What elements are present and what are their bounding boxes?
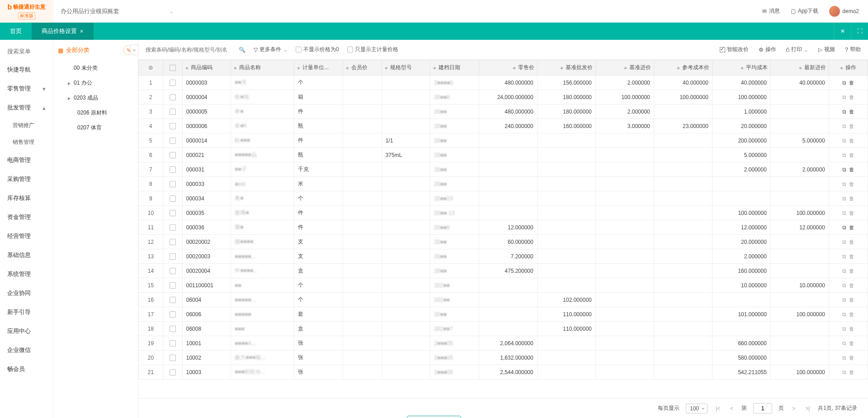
nav-quick[interactable]: 快捷导航 xyxy=(0,60,53,79)
select-all-checkbox[interactable] xyxy=(170,65,176,71)
nav-member[interactable]: 畅会员 xyxy=(0,360,53,379)
delete-icon[interactable]: 🗑 xyxy=(849,80,854,86)
category-title[interactable]: ▦ 全部分类 xyxy=(58,46,90,54)
nav-wholesale-marketing[interactable]: 营销推广 xyxy=(0,117,53,134)
nav-wecom[interactable]: 企业微信 xyxy=(0,341,53,360)
copy-icon[interactable]: ⧉ xyxy=(842,109,846,115)
nav-ecommerce[interactable]: 电商管理 xyxy=(0,151,53,170)
tree-node[interactable]: ▸0203 成品 xyxy=(58,90,133,105)
nav-finance[interactable]: 资金管理 xyxy=(0,208,53,227)
table-row[interactable]: 15001100001■■个202■■10.00000010.000000⧉🗑 xyxy=(139,278,868,293)
row-checkbox-cell[interactable] xyxy=(163,148,182,162)
table-row[interactable]: 20000004收■纸箱20■■824,000.000000180.000000… xyxy=(139,90,868,104)
table-row[interactable]: 2010002扬力■■■箱...张2■■■051,632.000000580.0… xyxy=(139,351,868,365)
delete-icon[interactable]: 🗑 xyxy=(849,181,854,187)
delete-icon[interactable]: 🗑 xyxy=(849,311,854,318)
only-main-checkbox[interactable]: 只显示主计量价格 xyxy=(347,46,398,53)
smart-price-button[interactable]: 智能改价 xyxy=(720,46,749,53)
col-header[interactable]: ◆操作 xyxy=(829,60,868,76)
col-header[interactable]: ◆建档日期 xyxy=(430,60,479,76)
col-header[interactable]: ◆商品编码 xyxy=(182,60,231,76)
nav-inventory[interactable]: 库存核算 xyxy=(0,189,53,208)
help-button[interactable]: ?帮助 xyxy=(845,46,861,53)
tabbar-fullscreen-button[interactable]: ⛶ xyxy=(851,23,868,40)
delete-icon[interactable]: 🗑 xyxy=(849,123,854,129)
table-row[interactable]: 6000021■■■■■品瓶375mL20■■5.000000⧉🗑 xyxy=(139,148,868,162)
tree-node[interactable]: 00 未分类 xyxy=(58,61,133,76)
row-checkbox-cell[interactable] xyxy=(163,76,182,90)
col-header[interactable]: ◆会员价 xyxy=(343,60,382,76)
row-checkbox-cell[interactable] xyxy=(163,264,182,278)
table-row[interactable]: 2110003■■■听听办...张2■■■052,544.000000542.2… xyxy=(139,365,868,380)
row-checkbox-cell[interactable] xyxy=(163,322,182,336)
copy-icon[interactable]: ⧉ xyxy=(842,239,846,245)
workspace-selector[interactable]: 办公用品行业模拟账套 ⌄ xyxy=(61,7,174,15)
row-checkbox-cell[interactable] xyxy=(163,220,182,235)
nav-search-input[interactable] xyxy=(7,48,43,55)
table-row[interactable]: 7000031■■子千克20■■2.0000002.000000⧉🗑 xyxy=(139,162,868,177)
nav-basic[interactable]: 基础信息 xyxy=(0,246,53,265)
page-input[interactable] xyxy=(753,403,772,413)
copy-icon[interactable]: ⧉ xyxy=(842,80,846,86)
delete-icon[interactable]: 🗑 xyxy=(849,109,854,115)
col-header[interactable]: ◆参考成本价 xyxy=(654,60,712,76)
delete-icon[interactable]: 🗑 xyxy=(849,253,854,260)
delete-icon[interactable]: 🗑 xyxy=(849,239,854,245)
copy-icon[interactable]: ⧉ xyxy=(842,224,846,231)
table-row[interactable]: 50000014杜■■■件1/120■■200.0000005.000000⧉🗑 xyxy=(139,133,868,148)
delete-icon[interactable]: 🗑 xyxy=(849,94,854,100)
row-checkbox-cell[interactable] xyxy=(163,249,182,264)
copy-icon[interactable]: ⧉ xyxy=(842,340,846,347)
video-button[interactable]: ▷视频 xyxy=(818,46,835,53)
table-row[interactable]: 9000034奥■个20■■23⧉🗑 xyxy=(139,191,868,206)
table-row[interactable]: 1806008■■■盒202■■7110.000000⧉🗑 xyxy=(139,322,868,336)
search-icon[interactable]: 🔍 xyxy=(239,47,245,53)
nav-wholesale-sales[interactable]: 销售管理 xyxy=(0,134,53,151)
table-row[interactable]: 10000035玻璃■件20■■-13100.000000100.000000⧉… xyxy=(139,206,868,220)
nav-retail[interactable]: 零售管理▾ xyxy=(0,79,53,98)
operate-button[interactable]: ⚙操作 xyxy=(759,46,776,53)
tree-node[interactable]: 0207 体育 xyxy=(58,120,133,135)
category-collapse-button[interactable]: « xyxy=(130,44,138,55)
delete-icon[interactable]: 🗑 xyxy=(849,166,854,173)
table-row[interactable]: 1606004■■■■■...个202■■102.000000⧉🗑 xyxy=(139,293,868,307)
table-row[interactable]: 1200020002德■■■■.支20■■60.00000020.000000⧉… xyxy=(139,235,868,249)
delete-icon[interactable]: 🗑 xyxy=(849,210,854,216)
user-menu[interactable]: demo2 xyxy=(829,6,859,17)
col-header[interactable]: ◆规格型号 xyxy=(382,60,430,76)
delete-icon[interactable]: 🗑 xyxy=(849,195,854,202)
row-checkbox-cell[interactable] xyxy=(163,293,182,307)
copy-icon[interactable]: ⧉ xyxy=(842,268,846,274)
table-row[interactable]: 1910001■■■■A...张2■■■052,064.000000660.00… xyxy=(139,336,868,351)
messages-link[interactable]: ✉ 消息 xyxy=(762,7,780,15)
copy-icon[interactable]: ⧉ xyxy=(842,181,846,187)
tree-node[interactable]: 0206 原材料 xyxy=(58,105,133,120)
copy-icon[interactable]: ⧉ xyxy=(842,123,846,129)
table-row[interactable]: 10000003■■天个2■■■■0480.000000156.0000002.… xyxy=(139,76,868,90)
copy-icon[interactable]: ⧉ xyxy=(842,94,846,100)
table-wrap[interactable]: ⚙◆商品编码◆商品名称◆计量单位...◆会员价◆规格型号◆建档日期◆零售价◆基准… xyxy=(138,60,868,398)
gear-icon[interactable]: ⚙ xyxy=(148,65,153,71)
app-download-link[interactable]: ▢ App下载 xyxy=(791,7,818,15)
nav-purchase[interactable]: 采购管理 xyxy=(0,170,53,189)
row-checkbox-cell[interactable] xyxy=(163,191,182,206)
copy-icon[interactable]: ⧉ xyxy=(842,311,846,318)
table-row[interactable]: 11000036测■件20■■812.00000012.00000012.000… xyxy=(139,220,868,235)
row-checkbox-cell[interactable] xyxy=(163,206,182,220)
delete-icon[interactable]: 🗑 xyxy=(849,152,854,158)
tabbar-close-button[interactable]: ✕ xyxy=(834,23,851,40)
page-prev-button[interactable]: < xyxy=(728,405,735,412)
hide-zero-checkbox[interactable]: 不显示价格为0 xyxy=(296,46,339,53)
delete-icon[interactable]: 🗑 xyxy=(849,297,854,303)
copy-icon[interactable]: ⧉ xyxy=(842,195,846,202)
row-checkbox-cell[interactable] xyxy=(163,162,182,177)
row-checkbox-cell[interactable] xyxy=(163,365,182,380)
nav-appcenter[interactable]: 应用中心 xyxy=(0,322,53,341)
close-icon[interactable]: ✕ xyxy=(80,28,84,34)
nav-collab[interactable]: 企业协同 xyxy=(0,284,53,303)
row-checkbox-cell[interactable] xyxy=(163,307,182,322)
row-checkbox-cell[interactable] xyxy=(163,119,182,133)
delete-icon[interactable]: 🗑 xyxy=(849,355,854,361)
delete-icon[interactable]: 🗑 xyxy=(849,138,854,144)
copy-icon[interactable]: ⧉ xyxy=(842,326,846,332)
